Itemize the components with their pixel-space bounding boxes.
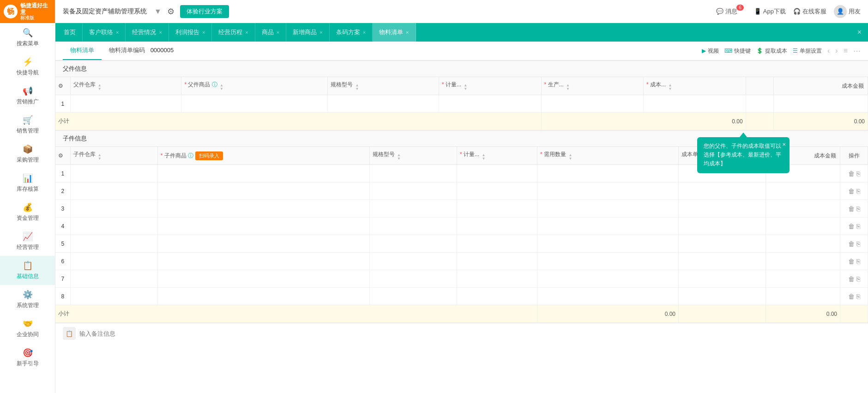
child-qty-cell[interactable]: [537, 165, 679, 182]
child-warehouse-cell[interactable]: [70, 200, 157, 218]
copy-icon[interactable]: ⎘: [856, 275, 860, 283]
child-goods-cell[interactable]: [157, 253, 369, 270]
copy-icon[interactable]: ⎘: [856, 223, 860, 230]
online-service-action[interactable]: 🎧 在线客服: [793, 7, 826, 16]
child-spec-cell[interactable]: [369, 253, 457, 270]
close-icon[interactable]: ×: [202, 30, 205, 35]
parent-unit-cell[interactable]: [439, 95, 541, 113]
sidebar-item-search[interactable]: 🔍 搜索菜单: [0, 23, 55, 52]
child-unit-cost-cell[interactable]: [679, 200, 766, 218]
close-icon[interactable]: ×: [245, 30, 248, 35]
parent-cost-amount-cell[interactable]: [773, 95, 868, 113]
child-unit-cost-cell[interactable]: [679, 288, 766, 305]
tab-history[interactable]: 经营历程 ×: [212, 23, 255, 42]
nav-next-icon[interactable]: ›: [835, 47, 838, 55]
child-unit-cell[interactable]: [457, 235, 537, 253]
child-qty-cell[interactable]: [537, 200, 679, 218]
child-warehouse-cell[interactable]: [70, 218, 157, 235]
child-goods-cell[interactable]: [157, 182, 369, 200]
sub-tab-bom-list[interactable]: 物料清单: [63, 42, 102, 60]
tab-bom[interactable]: 物料清单 ×: [373, 23, 416, 42]
gear-icon[interactable]: ⚙: [167, 6, 175, 17]
child-cost-amount-cell[interactable]: [766, 182, 840, 200]
child-unit-cell[interactable]: [457, 182, 537, 200]
tab-goods[interactable]: 商品 ×: [255, 23, 286, 42]
close-all-tabs[interactable]: ×: [853, 28, 866, 36]
delete-icon[interactable]: 🗑: [848, 293, 855, 300]
try-btn[interactable]: 体验行业方案: [180, 5, 229, 18]
copy-icon[interactable]: ⎘: [856, 258, 860, 265]
copy-icon[interactable]: ⎘: [856, 240, 860, 248]
parent-production-cell[interactable]: [541, 95, 644, 113]
sidebar-item-finance[interactable]: 💰 资金管理: [0, 198, 55, 227]
child-col-settings[interactable]: ⚙: [55, 147, 70, 165]
child-spec-cell[interactable]: [369, 288, 457, 305]
copy-icon[interactable]: ⎘: [856, 187, 860, 195]
child-spec-cell[interactable]: [369, 200, 457, 218]
tab-operation[interactable]: 经营情况 ×: [126, 23, 169, 42]
child-unit-cell[interactable]: [457, 218, 537, 235]
child-goods-cell[interactable]: [157, 235, 369, 253]
view-action[interactable]: ▶ 视频: [702, 47, 719, 55]
tooltip-close[interactable]: ×: [782, 140, 786, 150]
sidebar-item-guide[interactable]: 🎯 新手引导: [0, 343, 55, 372]
sidebar-item-basic[interactable]: 📋 基础信息: [0, 256, 55, 285]
child-unit-cell[interactable]: [457, 253, 537, 270]
close-icon[interactable]: ×: [363, 30, 366, 35]
cost-action[interactable]: 💲 提取成本: [756, 47, 787, 55]
delete-icon[interactable]: 🗑: [848, 170, 855, 177]
parent-spec-cell[interactable]: [328, 95, 439, 113]
copy-icon[interactable]: ⎘: [856, 293, 860, 300]
child-unit-cost-cell[interactable]: [679, 270, 766, 288]
parent-goods-cell[interactable]: [181, 95, 328, 113]
note-input[interactable]: [79, 330, 861, 337]
sidebar-item-operation[interactable]: 📈 经营管理: [0, 227, 55, 256]
child-warehouse-cell[interactable]: [70, 270, 157, 288]
sidebar-item-marketing[interactable]: 📢 营销推广: [0, 81, 55, 110]
nav-prev-icon[interactable]: ‹: [827, 47, 830, 55]
child-spec-cell[interactable]: [369, 218, 457, 235]
child-unit-cell[interactable]: [457, 200, 537, 218]
child-warehouse-cell[interactable]: [70, 165, 157, 182]
settings-action[interactable]: ☰ 单据设置: [793, 47, 822, 55]
parent-col-settings[interactable]: ⚙: [55, 77, 70, 95]
delete-icon[interactable]: 🗑: [848, 187, 855, 195]
shortcut-action[interactable]: ⌨ 快捷键: [724, 47, 751, 55]
child-warehouse-cell[interactable]: [70, 182, 157, 200]
sub-tab-bom-code[interactable]: 物料清单编码 0000005: [102, 42, 181, 60]
tab-client[interactable]: 客户联络 ×: [83, 23, 126, 42]
sidebar-item-purchase[interactable]: 📦 采购管理: [0, 139, 55, 169]
delete-icon[interactable]: 🗑: [848, 258, 855, 265]
child-cost-amount-cell[interactable]: [766, 235, 840, 253]
child-qty-cell[interactable]: [537, 253, 679, 270]
tab-profit[interactable]: 利润报告 ×: [169, 23, 212, 42]
child-spec-cell[interactable]: [369, 182, 457, 200]
sidebar-item-system[interactable]: ⚙️ 系统管理: [0, 285, 55, 314]
close-icon[interactable]: ×: [277, 30, 279, 35]
child-cost-amount-cell[interactable]: [766, 253, 840, 270]
child-unit-cost-cell[interactable]: [679, 218, 766, 235]
delete-icon[interactable]: 🗑: [848, 240, 855, 248]
child-goods-cell[interactable]: [157, 200, 369, 218]
close-icon[interactable]: ×: [159, 30, 162, 35]
sidebar-item-sales[interactable]: 🛒 销售管理: [0, 110, 55, 139]
tab-home[interactable]: 首页: [57, 23, 83, 42]
parent-cost-cell[interactable]: [644, 95, 746, 113]
child-qty-cell[interactable]: [537, 270, 679, 288]
child-warehouse-cell[interactable]: [70, 288, 157, 305]
sidebar-item-inventory[interactable]: 📊 库存核算: [0, 169, 55, 198]
delete-icon[interactable]: 🗑: [848, 205, 855, 212]
child-unit-cell[interactable]: [457, 165, 537, 182]
more-icon[interactable]: ⋯: [853, 47, 861, 55]
sidebar-item-collab[interactable]: 🤝 企业协同: [0, 314, 55, 343]
child-qty-cell[interactable]: [537, 288, 679, 305]
close-icon[interactable]: ×: [406, 30, 409, 35]
tab-barcode[interactable]: 条码方案 ×: [330, 23, 373, 42]
copy-icon[interactable]: ⎘: [856, 205, 860, 212]
delete-icon[interactable]: 🗑: [848, 275, 855, 283]
child-cost-amount-cell[interactable]: [766, 288, 840, 305]
child-cost-amount-cell[interactable]: [766, 200, 840, 218]
grid-view-icon[interactable]: ≡: [844, 47, 848, 55]
child-cost-amount-cell[interactable]: [766, 270, 840, 288]
close-icon[interactable]: ×: [116, 30, 119, 35]
